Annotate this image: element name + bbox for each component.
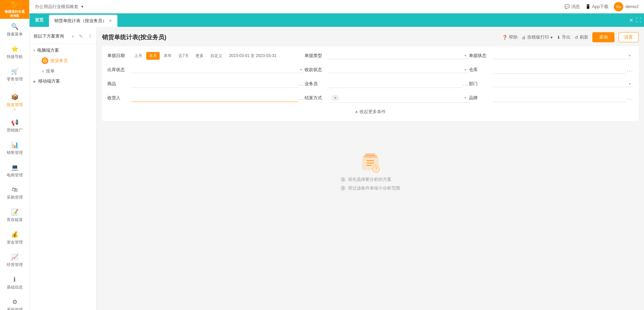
paymentstatus-select[interactable]: ▾ xyxy=(329,66,469,73)
sidebar-item-basic-info[interactable]: ℹ 基础信息 xyxy=(0,272,30,294)
salesperson-input[interactable] xyxy=(329,80,463,88)
sidebar-item-retail[interactable]: 🛒 零售管理 ▾ xyxy=(0,64,30,89)
sidebar-item-label: 营销推广 xyxy=(7,127,23,133)
date-btn-7days[interactable]: 近7天 xyxy=(176,52,192,60)
tab-close-icon[interactable]: ✕ xyxy=(109,18,112,23)
info-icon: ℹ xyxy=(13,276,16,283)
salesperson-more-icon[interactable]: ... xyxy=(463,81,469,87)
marketing-icon: 📢 xyxy=(11,119,18,126)
filter-salesperson-item: 业务员 ... xyxy=(305,79,469,89)
brand-input[interactable] xyxy=(493,94,627,102)
message-label: 消息 xyxy=(571,4,580,10)
tip2-text: 用过滤条件来缩小分析范围 xyxy=(348,184,400,193)
sidebar-item-label: 基础信息 xyxy=(7,285,23,290)
maximize-window-icon[interactable]: ⛶ xyxy=(636,17,641,23)
tab-sales-stat[interactable]: 销货单统计表（按业务员） ✕ xyxy=(49,15,117,27)
refresh-btn[interactable]: ↺ 刷新 xyxy=(575,34,588,40)
sidebar: 🟠 畅捷通好生意 标准版 🔍 搜索菜单 ⭐ 快捷导航 🛒 零售管理 ▾ 📦 批发… xyxy=(0,0,30,310)
message-icon: 💬 xyxy=(565,4,570,9)
tab-home[interactable]: 首页 xyxy=(30,13,49,27)
sidebar-item-system[interactable]: ⚙ 系统管理 xyxy=(0,294,30,310)
outstatus-select[interactable]: ▾ xyxy=(131,66,305,73)
warehouse-label: 仓库 xyxy=(469,67,493,73)
goods-more-icon[interactable]: ... xyxy=(298,81,305,87)
tree-sub-item-salesperson[interactable]: 按业务员 xyxy=(36,55,96,66)
purchase-icon: 🛍 xyxy=(12,186,18,193)
date-btn-more[interactable]: 更多 xyxy=(193,52,206,60)
tree-item-label: 移动端方案 xyxy=(38,78,60,84)
warehouse-more-icon[interactable]: ... xyxy=(627,67,633,73)
inventory-icon: 📝 xyxy=(11,208,18,216)
svg-point-1 xyxy=(44,60,46,61)
filter-row-2: 出库状态 ▾ 收款状态 ▾ 仓库 xyxy=(107,64,633,75)
docstatus-label: 单据状态 xyxy=(469,53,493,59)
message-btn[interactable]: 💬 消息 xyxy=(565,4,580,10)
filter-outstatus-item: 出库状态 ▾ xyxy=(107,64,305,75)
date-btn-thisyear[interactable]: 本年 xyxy=(161,52,174,60)
sidebar-item-quicknav[interactable]: ⭐ 快捷导航 xyxy=(0,41,30,64)
sidebar-item-label: 经营管理 xyxy=(7,262,23,268)
sidebar-item-finance[interactable]: 💰 资金管理 xyxy=(0,227,30,249)
consignee-more-icon[interactable]: ... xyxy=(298,95,305,101)
doctype-select[interactable]: ▾ xyxy=(329,52,469,59)
sidebar-item-sales[interactable]: 📊 销售管理 xyxy=(0,137,30,160)
sidebar-item-label: 采购管理 xyxy=(7,195,23,200)
date-btn-lastmonth[interactable]: 上月 xyxy=(131,52,145,60)
docstatus-arrow-icon: ▾ xyxy=(629,54,631,57)
query-button[interactable]: 查询 xyxy=(592,32,614,42)
tabbar: 首页 销货单统计表（按业务员） ✕ ✕ ⛶ xyxy=(30,13,644,27)
refresh-label: 刷新 xyxy=(580,34,588,40)
doctype-label: 单据类型 xyxy=(305,53,329,59)
settlement-select[interactable]: × ▾ xyxy=(329,94,469,103)
print-icon: 🖨 xyxy=(522,35,526,40)
collapse-filter-btn[interactable]: ∧ 收起更多条件 xyxy=(107,107,633,117)
outstatus-arrow-icon: ▾ xyxy=(300,68,302,71)
print-btn[interactable]: 🖨 按模板打印 ▾ xyxy=(522,34,553,40)
tree-sub-item-label: 按业务员 xyxy=(50,58,68,64)
sidebar-item-ecommerce[interactable]: 💻 电商管理 xyxy=(0,160,30,182)
svg-text:?: ? xyxy=(375,167,377,171)
warehouse-input[interactable] xyxy=(493,66,627,74)
user-menu[interactable]: Ea demo2 xyxy=(614,2,639,11)
department-arrow-icon: ▾ xyxy=(629,82,631,86)
collapse-icon: ∧ xyxy=(355,109,358,114)
add-scheme-btn[interactable]: + xyxy=(69,33,76,40)
sidebar-item-label: 批发管理 xyxy=(7,102,23,108)
tree-sub-item-order[interactable]: ≡ 按单 xyxy=(36,66,96,76)
settlement-tag-close[interactable]: × xyxy=(334,96,336,100)
date-btn-custom[interactable]: 自定义 xyxy=(208,52,225,60)
tip-2: 2 用过滤条件来缩小分析范围 xyxy=(340,184,400,193)
help-btn[interactable]: ❓ 帮助 xyxy=(502,34,518,40)
sidebar-item-label: 销售管理 xyxy=(7,150,23,156)
dropdown-icon[interactable]: ▾ xyxy=(81,4,84,9)
tree-item-mobile[interactable]: ▶ 移动端方案 xyxy=(30,76,96,86)
tab-window-controls: ✕ ⛶ xyxy=(629,17,641,23)
setting-button[interactable]: 设置 xyxy=(619,32,639,42)
sidebar-item-wholesale[interactable]: 📦 批发管理 ▴ xyxy=(0,89,30,115)
sidebar-item-label: 电商管理 xyxy=(7,172,23,178)
goods-input[interactable] xyxy=(131,80,298,88)
sidebar-item-purchase[interactable]: 🛍 采购管理 xyxy=(0,182,30,204)
sidebar-item-marketing[interactable]: 📢 营销推广 xyxy=(0,115,30,137)
consignee-input[interactable] xyxy=(131,94,298,102)
doctype-arrow-icon: ▾ xyxy=(465,54,466,57)
tree-arrow-right-icon: ▶ xyxy=(34,80,36,83)
app-name: 办公用品行业模拟账套 xyxy=(35,4,78,10)
department-select[interactable]: ▾ xyxy=(493,81,633,87)
close-window-icon[interactable]: ✕ xyxy=(629,17,633,23)
collapse-panel-btn[interactable]: 《 xyxy=(86,33,92,40)
export-btn[interactable]: ⬇ 导出 xyxy=(557,34,571,40)
sidebar-item-search[interactable]: 🔍 搜索菜单 xyxy=(0,19,30,41)
edit-scheme-btn[interactable]: ✎ xyxy=(77,33,84,40)
export-icon: ⬇ xyxy=(557,35,560,40)
docstatus-select[interactable]: ▾ xyxy=(493,52,633,59)
filter-settlement-item: 结算方式 × ▾ xyxy=(305,93,469,103)
app-download-btn[interactable]: 📱 App下载 xyxy=(585,4,608,10)
brand-more-icon[interactable]: ... xyxy=(627,95,633,101)
tree-sub-item-label: 按单 xyxy=(46,68,55,74)
sidebar-item-inventory[interactable]: 📝 库存核算 xyxy=(0,204,30,227)
tree-item-pc[interactable]: ▾ 电脑端方案 xyxy=(30,45,96,55)
sales-icon: 📊 xyxy=(11,141,18,149)
sidebar-item-operations[interactable]: 📈 经营管理 xyxy=(0,249,30,272)
date-btn-thismonth[interactable]: 本月 xyxy=(146,52,160,60)
